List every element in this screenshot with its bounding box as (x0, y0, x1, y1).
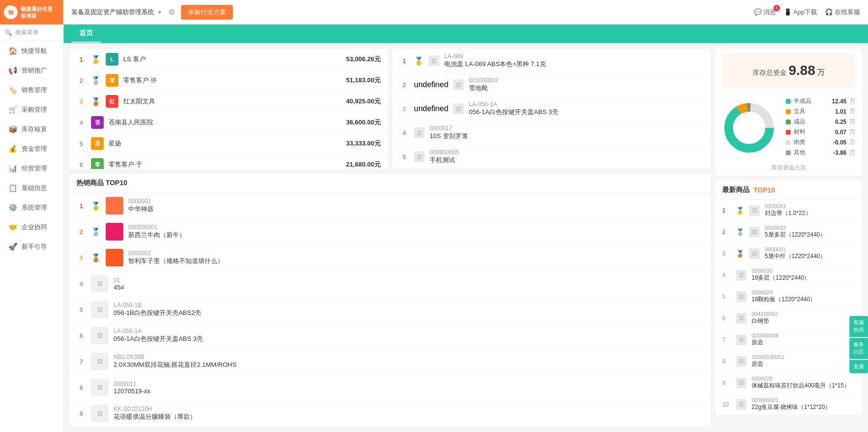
product-icon: 🖼 (429, 55, 439, 66)
service-community-btn[interactable]: 服务社区 (849, 338, 868, 359)
product-code: 01 (114, 277, 124, 284)
topbar: 装备及固定资产辅助管理系统 ▼ ⚙ 体验行业方案 💬 消息 6 📱 App下载 … (64, 0, 868, 24)
two-col-top: 1 🥇 L LS 客户 53,006.26元 2 🥈 零 零售客户·许 51,1… (69, 49, 710, 169)
live-btn[interactable]: 直播 (849, 360, 868, 373)
sidebar-item-caigou[interactable]: 🛒 采购管理 (0, 100, 63, 120)
hot-product-row: 9 🖼 KK-SD22110H 花语暖偎温分腿睡袋（厚款） (69, 401, 710, 426)
hot-product-row: 6 🖼 LA-056-1A 056-1A白色按键开关盖ABS 3壳 (69, 323, 710, 349)
hot-product-row: 7 🖼 NB2.0X30B 2.0X30MM双排花轴,摇花直径2.1MM/ROH… (69, 349, 710, 375)
product-info: 0000028 体械荔枝味苏打饮品400毫升（1*15） (752, 376, 855, 390)
sidebar-item-xitong[interactable]: ⚙️ 系统管理 (0, 198, 63, 217)
guide-icon: 🚀 (8, 242, 18, 251)
product-info: 0000002 智利车子里（规格不知道填什么） (128, 250, 224, 265)
legend-value: 12.45 (832, 98, 846, 105)
product-name: 原壶 (752, 338, 855, 347)
rank-number: 8 (76, 384, 86, 391)
product-info: 004100001 白钢垫 (752, 311, 855, 325)
rank-number: 4 (722, 272, 731, 279)
rank-number: 2 (76, 77, 86, 84)
customer-row: 4 苍 苍南县人民医院 36,600.00元 (69, 112, 388, 133)
sidebar-item-kuaijie[interactable]: 🏠 快捷导航 (0, 41, 63, 61)
medal-icon: 🥉 (91, 253, 101, 263)
product-code: 0000001 (128, 198, 154, 205)
product-name: 5厘多层（1220*2440） (765, 231, 855, 239)
product-code: 0000011 (114, 381, 150, 387)
product-code: 0000030 (752, 268, 855, 274)
rank-number: 2 (722, 229, 731, 236)
product-name: 12070519-xs (114, 387, 150, 395)
online-service-btn[interactable]: 🎧 在线客服 (825, 8, 860, 17)
search-menu[interactable]: 🔍 搜索菜单 (0, 24, 63, 41)
product-icon: 🖼 (736, 399, 747, 410)
inventory-total-bg: 库存总资金 9.88 万 (722, 53, 855, 88)
product-code: 10000100001 (752, 354, 855, 360)
notification-icon: 💬 (754, 8, 762, 16)
sidebar-item-xinshou[interactable]: 🚀 新手引导 (0, 237, 63, 257)
product-icon: 🖼 (414, 127, 425, 138)
product-icon: 🖼 (736, 356, 747, 367)
product-info: LA-056-1B 056-1B白色按键开关壳ABS2壳 (114, 302, 201, 317)
medal-icon: 🥇 (91, 201, 101, 211)
sidebar-item-yingxiao[interactable]: 📢 营销推广 (0, 61, 63, 80)
legend-unit: 万 (849, 138, 855, 146)
rank-number: 1 (722, 207, 731, 214)
product-code: 001000002 (469, 77, 498, 84)
rank-number: 3 (76, 254, 86, 262)
product-name: 5厘中纤（1220*2440） (765, 252, 855, 261)
rank-number: 2 (399, 81, 409, 89)
notification-btn[interactable]: 💬 消息 6 (754, 8, 777, 17)
customer-value: 51,183.00元 (346, 76, 381, 85)
sidebar-item-kucun[interactable]: 📦 库存核算 (0, 120, 63, 139)
product-name: 雪地靴 (469, 84, 498, 93)
customer-name: 苍南县人民医院 (109, 118, 341, 127)
product-info: 0000001 中华神器 (128, 198, 154, 214)
rank-number: 2 (76, 228, 86, 236)
product-code: 0000033 (765, 203, 855, 209)
rank-number: 5 (722, 293, 731, 300)
customer-panel: 1 🥇 L LS 客户 53,006.26元 2 🥈 零 零售客户·许 51,1… (69, 49, 388, 169)
product-code: 0000017 (430, 125, 468, 132)
product-icon: 🖼 (736, 270, 747, 281)
subnav-home[interactable]: 首页 (71, 25, 101, 43)
hot-products-header: 热销商品 TOP10 (69, 174, 710, 193)
sidebar-item-qiye[interactable]: 🤝 企业协同 (0, 217, 63, 237)
sidebar-item-zijin[interactable]: 💰 资金管理 (0, 139, 63, 159)
sidebar-item-jichu[interactable]: 📋 基础信息 (0, 178, 63, 198)
sidebar-item-xiaoshou[interactable]: 🏷️ 销售管理 (0, 80, 63, 100)
legend-item: 材料 0.07 万 (786, 128, 855, 136)
medal-icon: 🥈 (91, 227, 101, 237)
customer-service-btn[interactable]: 客服热线 (849, 316, 868, 337)
customer-row: 5 星 星扬 33,333.00元 (69, 133, 388, 154)
center-col: 1 🥇 L LS 客户 53,006.26元 2 🥈 零 零售客户·许 51,1… (69, 49, 710, 426)
sidebar-item-jingying[interactable]: 📊 经营管理 (0, 159, 63, 178)
rank-number: 6 (722, 315, 731, 322)
medal-icon: undefined (414, 80, 448, 89)
product-info: 0000032 5厘多层（1220*2440） (765, 225, 855, 239)
product-image (106, 197, 123, 215)
chevron-down-icon[interactable]: ▼ (157, 9, 162, 15)
customer-name: 零售客户·许 (123, 76, 341, 85)
product-icon: 🖼 (736, 378, 747, 388)
gear-icon[interactable]: ⚙ (168, 7, 175, 17)
rank-number: 1 (76, 202, 86, 210)
product-code: 0000032 (765, 225, 855, 231)
customer-row: 2 🥈 零 零售客户·许 51,183.00元 (69, 70, 388, 91)
customer-value: 33,333.00元 (346, 139, 381, 148)
customer-name: 红太阳文具 (123, 97, 341, 106)
rank-number: 5 (399, 153, 409, 161)
logo-text: 畅捷通好生意 标准版 (21, 5, 53, 20)
product-info: 000500001 新西兰牛肉（新牛） (128, 224, 185, 240)
app-download-btn[interactable]: 📱 App下载 (784, 8, 817, 17)
customer-value: 36,600.00元 (346, 118, 381, 127)
inventory-total: 库存总资金 9.88 万 (727, 56, 850, 85)
basic-icon: 📋 (8, 184, 18, 192)
product-code: NB2.0X30B (114, 354, 236, 360)
svg-point-5 (734, 113, 764, 143)
product-image: 🖼 (91, 379, 109, 396)
customer-name: 零售客户·于 (109, 160, 341, 169)
experience-btn[interactable]: 体验行业方案 (181, 5, 233, 20)
logo-icon: 畅 (4, 5, 18, 19)
product-image: 🖼 (91, 275, 109, 292)
sub-nav: 首页 (64, 24, 868, 43)
product-info: 000800005 手机测试 (430, 149, 459, 165)
